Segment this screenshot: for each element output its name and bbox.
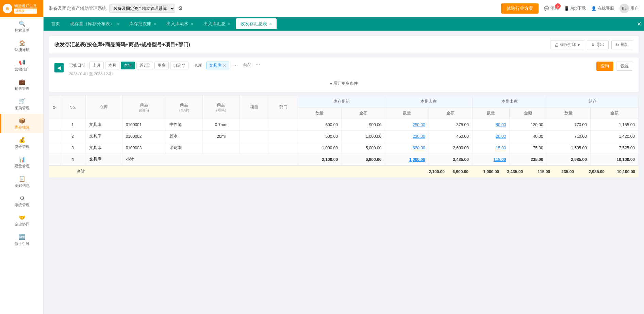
sidebar-item-marketing[interactable]: 📢 营销推广: [0, 56, 43, 75]
warehouse-tag-close[interactable]: ✕: [223, 63, 226, 68]
col-group-balance: 结存: [547, 96, 638, 108]
product-more-btn[interactable]: ···: [255, 62, 260, 68]
sidebar-item-system[interactable]: ⚙ 系统管理: [0, 192, 43, 211]
product-label: 商品: [243, 62, 251, 68]
settings-btn[interactable]: 设置: [616, 62, 633, 71]
try-btn[interactable]: 体验行业方案: [501, 3, 539, 14]
cell-out-qty[interactable]: 20.00: [472, 131, 509, 142]
sidebar-item-operations[interactable]: 📊 经营管理: [0, 153, 43, 172]
tab-receive-send-close[interactable]: ✕: [269, 22, 272, 26]
sidebar-item-enterprise[interactable]: 🤝 企业协同: [0, 211, 43, 230]
sidebar-item-finance[interactable]: 💰 资金管理: [0, 133, 43, 153]
tab-inout-flow-label: 出入库流水: [166, 21, 188, 27]
cell-subtotal-out-amount: 235.00: [510, 154, 547, 165]
warehouse-more-btn[interactable]: ···: [233, 63, 238, 69]
tab-inout-summary-close[interactable]: ✕: [228, 22, 230, 26]
tab-bar-close[interactable]: ✕: [637, 21, 641, 27]
tab-receive-send[interactable]: 收发存汇总表 ✕: [236, 18, 277, 29]
tab-inventory-dist-close[interactable]: ✕: [116, 22, 119, 26]
message-btn[interactable]: 💬 消息 6: [544, 5, 559, 11]
template-print-btn[interactable]: 🖨 模板打印 ▾: [550, 40, 584, 49]
sidebar-item-guide[interactable]: 🆕 新手引导: [0, 230, 43, 250]
cell-in-amount: 375.00: [429, 119, 472, 131]
date-btn-this-month[interactable]: 本月: [105, 62, 119, 69]
export-btn[interactable]: ⬇ 导出: [587, 40, 609, 49]
date-btn-last-month[interactable]: 上月: [89, 62, 104, 69]
col-balance-qty: 数量: [547, 108, 590, 119]
col-out-amount: 金额: [510, 108, 547, 119]
sidebar-item-quick-nav[interactable]: 🏠 快捷导航: [0, 36, 43, 56]
logo-icon: 6: [3, 4, 12, 13]
sidebar: 6 畅捷通好生意 标准版 🔍 搜索菜单 🏠 快捷导航 📢 营销推广 💼 销售管理…: [0, 0, 44, 314]
date-btn-more[interactable]: 更多: [154, 62, 169, 69]
settings-icon[interactable]: ⚙: [178, 5, 183, 12]
sidebar-item-inventory[interactable]: 📦 库存核算: [0, 114, 43, 133]
app-download-label: App下载: [571, 5, 586, 11]
date-filter-label: 记账日期: [69, 63, 85, 68]
cell-in-qty[interactable]: 250.00: [385, 119, 429, 131]
cell-opening-qty: 1,000.00: [298, 142, 341, 154]
tab-batch-close[interactable]: ✕: [153, 22, 156, 26]
warehouse-tag[interactable]: 文具库 ✕: [206, 62, 229, 69]
user-label: 用户: [630, 5, 639, 11]
cell-settings: [49, 131, 60, 142]
col-product-spec: 商品(规格): [202, 96, 240, 119]
footer-balance-amount: 10,100.00: [605, 169, 635, 174]
sidebar-item-search[interactable]: 🔍 搜索菜单: [0, 17, 43, 36]
cell-out-qty[interactable]: 80.00: [472, 119, 509, 131]
table-footer: 合计 2,100.00 6,900.00 1,000.00 3,435.00 1…: [49, 165, 639, 177]
tab-batch[interactable]: 库存批次账 ✕: [125, 18, 161, 29]
system-select[interactable]: 装备及固定资产辅助管理系统: [109, 4, 175, 13]
tab-inventory-dist[interactable]: 现存量（库存分布表） ✕: [65, 18, 124, 29]
cell-balance-amount: 7,525.00: [590, 142, 638, 154]
date-range: 2023-01-01 至 2023-12-31: [69, 71, 188, 77]
date-btn-custom[interactable]: 自定义: [170, 62, 188, 69]
cell-opening-amount: 5,000.00: [342, 142, 385, 154]
query-btn[interactable]: 查询: [596, 62, 613, 71]
sidebar-item-basic-info[interactable]: 📋 基础信息: [0, 172, 43, 192]
header-left: 装备及固定资产辅助管理系统 装备及固定资产辅助管理系统 ⚙: [49, 4, 183, 13]
sidebar-item-sales[interactable]: 💼 销售管理: [0, 75, 43, 95]
data-table: ⚙ No. 仓库 商品(编码) 商品(名称) 商品(规格) 项目 部门 库存期初…: [49, 96, 639, 165]
cell-in-qty[interactable]: 520.00: [385, 142, 429, 154]
cell-out-qty[interactable]: 15.00: [472, 142, 509, 154]
tab-bar: 首页 现存量（库存分布表） ✕ 库存批次账 ✕ 出入库流水 ✕ 出入库汇总 ✕ …: [44, 17, 644, 31]
col-warehouse: 仓库: [85, 96, 122, 119]
col-no: No.: [60, 96, 85, 119]
system-title: 装备及固定资产辅助管理系统: [49, 5, 106, 12]
tab-inout-flow[interactable]: 出入库流水 ✕: [162, 18, 198, 29]
chevron-down-icon: ▾: [330, 81, 332, 86]
col-department: 部门: [269, 96, 298, 119]
cell-product-name: 胶水: [166, 131, 202, 142]
cell-subtotal-warehouse: 文具库: [85, 154, 122, 165]
sidebar-item-purchase[interactable]: 🛒 采购管理: [0, 95, 43, 114]
date-btn-this-year[interactable]: 本年: [121, 62, 135, 69]
user-btn[interactable]: Ea 用户: [620, 4, 639, 13]
cell-no: 2: [60, 131, 85, 142]
app-download-btn[interactable]: 📱 App下载: [564, 5, 586, 11]
download-icon: 📱: [564, 6, 569, 11]
expand-conditions-btn[interactable]: ▾ 展开更多条件: [327, 79, 361, 88]
warehouse-filter: 仓库 文具库 ✕ ···: [194, 62, 238, 69]
date-btn-7days[interactable]: 近7天: [136, 62, 153, 69]
enterprise-icon: 🤝: [19, 214, 26, 221]
cell-project: [240, 142, 269, 154]
cell-subtotal-label: 小计: [122, 154, 298, 165]
col-settings[interactable]: ⚙: [49, 96, 60, 119]
filter-collapse-btn[interactable]: ◀: [54, 63, 64, 72]
cell-opening-amount: 1,000.00: [342, 131, 385, 142]
online-service-btn[interactable]: 👤 在线客服: [591, 5, 614, 11]
tab-inout-flow-close[interactable]: ✕: [191, 22, 193, 26]
tab-home[interactable]: 首页: [46, 18, 65, 29]
refresh-btn[interactable]: ↻ 刷新: [611, 40, 633, 49]
cell-no: 1: [60, 119, 85, 131]
cell-subtotal-out-qty[interactable]: 115.00: [472, 154, 509, 165]
tab-inout-summary[interactable]: 出入库汇总 ✕: [199, 18, 235, 29]
search-icon: 🔍: [19, 20, 26, 27]
cell-in-qty[interactable]: 230.00: [385, 131, 429, 142]
cell-subtotal-opening-qty: 2,100.00: [298, 154, 341, 165]
cell-subtotal-in-qty[interactable]: 1,000.00: [385, 154, 429, 165]
footer-label: 合计: [77, 169, 104, 175]
cell-in-amount: 2,600.00: [429, 142, 472, 154]
table-row: 2 文具库 0100002 胶水 20ml 500.00 1,000.00 23…: [49, 131, 639, 142]
